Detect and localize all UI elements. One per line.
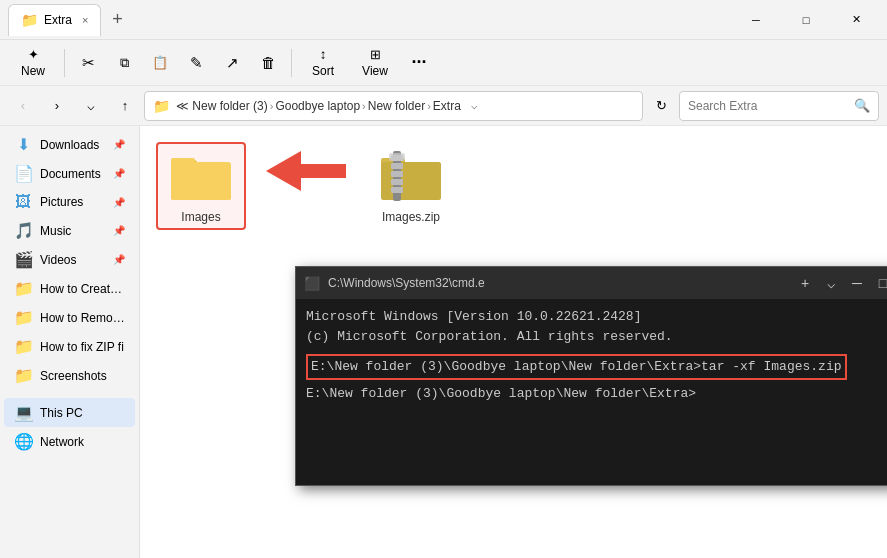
cmd-titlebar: ⬛ C:\Windows\System32\cmd.e + ⌵ ─ □ ✕ (296, 267, 887, 299)
videos-icon: 🎬 (14, 250, 32, 269)
breadcrumb-newfolder[interactable]: New folder (368, 99, 425, 113)
cmd-minimize-button[interactable]: ─ (845, 272, 869, 294)
delete-icon: 🗑 (261, 54, 276, 71)
sidebar-item-how-to-remove[interactable]: 📁 How to Remove (4, 303, 135, 332)
sidebar-label-screenshots: Screenshots (40, 369, 125, 383)
sort-icon: ↕ (320, 47, 327, 62)
delete-button[interactable]: 🗑 (251, 46, 285, 80)
sidebar-label-this-pc: This PC (40, 406, 125, 420)
svg-rect-14 (391, 187, 403, 193)
address-box[interactable]: 📁 ≪ New folder (3) › Goodbye laptop › Ne… (144, 91, 643, 121)
music-icon: 🎵 (14, 221, 32, 240)
cmd-controls: + ⌵ ─ □ ✕ (793, 272, 887, 294)
videos-pin-icon: 📌 (113, 254, 125, 265)
cmd-maximize-button[interactable]: □ (871, 272, 887, 294)
breadcrumb-goodbye[interactable]: Goodbye laptop (275, 99, 360, 113)
search-icon: 🔍 (854, 98, 870, 113)
cut-button[interactable]: ✂ (71, 46, 105, 80)
screenshots-icon: 📁 (14, 366, 32, 385)
view-button[interactable]: ⊞ View (350, 44, 400, 82)
music-pin-icon: 📌 (113, 225, 125, 236)
tab-close-button[interactable]: × (82, 14, 88, 26)
sidebar-item-documents[interactable]: 📄 Documents 📌 (4, 159, 135, 188)
sidebar-label-how-to-fix: How to fix ZIP fi (40, 340, 125, 354)
sidebar-item-how-to-fix[interactable]: 📁 How to fix ZIP fi (4, 332, 135, 361)
sidebar-label-music: Music (40, 224, 105, 238)
images-zip-label: Images.zip (382, 210, 440, 224)
cmd-window: ⬛ C:\Windows\System32\cmd.e + ⌵ ─ □ ✕ Mi… (295, 266, 887, 486)
breadcrumb-extra[interactable]: Extra (433, 99, 461, 113)
file-item-images-zip[interactable]: Images.zip (366, 142, 456, 230)
sidebar-item-videos[interactable]: 🎬 Videos 📌 (4, 245, 135, 274)
new-button[interactable]: ✦ New (8, 44, 58, 82)
sidebar-item-downloads[interactable]: ⬇ Downloads 📌 (4, 130, 135, 159)
sidebar-item-how-to-create[interactable]: 📁 How to Create C (4, 274, 135, 303)
more-button[interactable]: ··· (402, 46, 436, 80)
sidebar-item-this-pc[interactable]: 💻 This PC (4, 398, 135, 427)
maximize-button[interactable]: □ (783, 4, 829, 36)
breadcrumb: ≪ New folder (3) › Goodbye laptop › New … (176, 99, 461, 113)
close-button[interactable]: ✕ (833, 4, 879, 36)
zip-folder-icon (379, 148, 443, 204)
documents-pin-icon: 📌 (113, 168, 125, 179)
share-icon: ↗ (226, 54, 239, 72)
new-label: New (21, 64, 45, 78)
tab-title: Extra (44, 13, 72, 27)
red-arrow-icon (266, 146, 346, 196)
up-button[interactable]: ↑ (110, 91, 140, 121)
sidebar-item-network[interactable]: 🌐 Network (4, 427, 135, 456)
copy-button[interactable]: ⧉ (107, 46, 141, 80)
arrow-container (266, 146, 346, 196)
search-box[interactable]: 🔍 (679, 91, 879, 121)
recent-button[interactable]: ⌵ (76, 91, 106, 121)
cmd-command-text: E:\New folder (3)\Goodbye laptop\New fol… (306, 354, 847, 380)
address-chevron-icon: ⌵ (471, 99, 478, 112)
paste-button[interactable]: 📋 (143, 46, 177, 80)
explorer-tab[interactable]: 📁 Extra × (8, 4, 101, 36)
sort-label: Sort (312, 64, 334, 78)
sidebar-label-how-to-remove: How to Remove (40, 311, 125, 325)
toolbar: ✦ New ✂ ⧉ 📋 ✎ ↗ 🗑 ↕ Sort ⊞ View ··· (0, 40, 887, 86)
cmd-new-tab-button[interactable]: + (793, 272, 817, 294)
toolbar-separator-2 (291, 49, 292, 77)
sidebar-item-pictures[interactable]: 🖼 Pictures 📌 (4, 188, 135, 216)
sidebar-item-music[interactable]: 🎵 Music 📌 (4, 216, 135, 245)
sidebar-item-screenshots[interactable]: 📁 Screenshots (4, 361, 135, 390)
content-area: Images (140, 126, 887, 558)
search-input[interactable] (688, 99, 848, 113)
paste-icon: 📋 (152, 55, 168, 70)
sidebar-label-network: Network (40, 435, 125, 449)
minimize-button[interactable]: ─ (733, 4, 779, 36)
more-icon: ··· (411, 52, 426, 73)
cmd-body: Microsoft Windows [Version 10.0.22621.24… (296, 299, 887, 485)
share-button[interactable]: ↗ (215, 46, 249, 80)
view-icon: ⊞ (370, 47, 381, 62)
main-area: ⬇ Downloads 📌 📄 Documents 📌 🖼 Pictures 📌… (0, 126, 887, 558)
sidebar-label-pictures: Pictures (40, 195, 105, 209)
back-button[interactable]: ‹ (8, 91, 38, 121)
address-folder-icon: 📁 (153, 98, 170, 114)
cmd-dropdown-button[interactable]: ⌵ (819, 272, 843, 294)
svg-rect-4 (171, 158, 195, 166)
how-to-create-icon: 📁 (14, 279, 32, 298)
folder-icon (169, 148, 233, 204)
sort-button[interactable]: ↕ Sort (298, 44, 348, 82)
tab-area: 📁 Extra × + (8, 4, 733, 36)
this-pc-icon: 💻 (14, 403, 32, 422)
copy-icon: ⧉ (120, 55, 129, 71)
tab-folder-icon: 📁 (21, 12, 38, 28)
images-folder-label: Images (181, 210, 220, 224)
forward-button[interactable]: › (42, 91, 72, 121)
refresh-button[interactable]: ↻ (647, 92, 675, 120)
files-grid: Images (156, 142, 871, 230)
new-tab-button[interactable]: + (103, 6, 131, 34)
svg-rect-11 (391, 163, 403, 169)
file-item-images[interactable]: Images (156, 142, 246, 230)
sidebar-label-documents: Documents (40, 167, 105, 181)
breadcrumb-newfolder3[interactable]: ≪ New folder (3) (176, 99, 268, 113)
downloads-icon: ⬇ (14, 135, 32, 154)
cmd-line-1: Microsoft Windows [Version 10.0.22621.24… (306, 307, 887, 327)
sidebar-label-videos: Videos (40, 253, 105, 267)
rename-button[interactable]: ✎ (179, 46, 213, 80)
svg-rect-15 (389, 153, 405, 161)
